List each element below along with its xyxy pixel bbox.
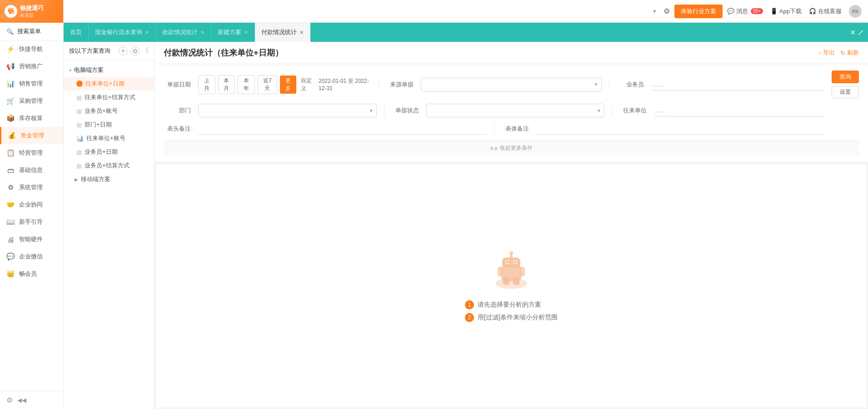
scheme-table4-icon: ▦ bbox=[76, 149, 82, 156]
scheme-header: 按以下方案查询 + ⚙ 《 bbox=[64, 42, 154, 61]
topbar-chevron-icon[interactable]: ▾ bbox=[653, 8, 656, 15]
trial-industry-button[interactable]: 体验行业方案 bbox=[674, 5, 723, 18]
sidebar-header: 畅 畅捷通巧 标准版 bbox=[0, 0, 63, 23]
sidebar-item-marketing[interactable]: 📢 营销推广 bbox=[0, 58, 63, 75]
online-service-action[interactable]: 🎧 在线客服 bbox=[809, 7, 842, 15]
tab-new-scheme-close[interactable]: ✕ bbox=[244, 30, 248, 35]
scheme-item-active-icon bbox=[76, 81, 83, 87]
body-remark-input[interactable] bbox=[536, 123, 825, 135]
sidebar-item-basic[interactable]: 🗃 基础信息 bbox=[0, 162, 63, 179]
sidebar-item-label: 智能硬件 bbox=[19, 235, 43, 243]
date-this-month-btn[interactable]: 本月 bbox=[218, 75, 235, 94]
sidebar-item-coop[interactable]: 🤝 企业协同 bbox=[0, 196, 63, 213]
collapse-filter-button[interactable]: ∧∧ 收起更多条件 bbox=[164, 140, 859, 156]
tab-new-scheme-label: 新建方案 bbox=[218, 28, 241, 36]
marketing-icon: 📢 bbox=[6, 62, 15, 71]
tab-new-scheme[interactable]: 新建方案 ✕ bbox=[211, 23, 255, 42]
dept-label: 部门 bbox=[164, 106, 191, 115]
app-download-action[interactable]: 📱 App下载 bbox=[770, 7, 802, 15]
sidebar-item-quick-nav[interactable]: ⚡ 快捷导航 bbox=[0, 40, 63, 58]
coop-icon: 🤝 bbox=[6, 201, 15, 209]
tab-home[interactable]: 首页 bbox=[64, 23, 89, 42]
date-this-year-btn[interactable]: 本年 bbox=[238, 75, 255, 94]
sidebar-item-member[interactable]: 👑 畅会员 bbox=[0, 265, 63, 283]
tab-close-all-icon[interactable]: ✕ bbox=[850, 28, 856, 37]
export-icon: ↑ bbox=[818, 50, 822, 56]
empty-hints: 1 请先选择要分析的方案 2 用[过滤]条件来缩小分析范围 bbox=[465, 300, 558, 322]
sidebar-item-guide[interactable]: 📖 新手引导 bbox=[0, 213, 63, 231]
hint-text-1: 请先选择要分析的方案 bbox=[478, 301, 541, 309]
sidebar-item-sales[interactable]: 📊 销售管理 bbox=[0, 75, 63, 92]
topbar-settings-icon[interactable]: ⚙ bbox=[663, 7, 670, 15]
date-more-btn[interactable]: 更多 bbox=[280, 76, 296, 94]
logo-sub: 标准版 bbox=[20, 12, 44, 19]
doc-status-label: 单据状态 bbox=[392, 106, 419, 115]
sidebar-item-hardware[interactable]: 🖨 智能硬件 bbox=[0, 231, 63, 248]
scheme-item-label: 往来单位+日期 bbox=[85, 80, 125, 88]
scheme-settings-icon[interactable]: ⚙ bbox=[130, 46, 140, 56]
settings-small-button[interactable]: 设置 bbox=[832, 86, 859, 98]
scheme-item-counterpart-settlement[interactable]: ▦ 往来单位+结算方式 bbox=[64, 91, 154, 104]
sidebar-item-system[interactable]: ⚙ 系统管理 bbox=[0, 179, 63, 196]
tab-bank-flow[interactable]: 现金银行流水查询 ✕ bbox=[89, 23, 156, 42]
scheme-item-label: 业务员+日期 bbox=[85, 148, 118, 156]
source-doc-arrow: ▾ bbox=[595, 81, 598, 87]
staff-input[interactable]: …… bbox=[651, 79, 824, 91]
scheme-add-icon[interactable]: + bbox=[119, 46, 128, 56]
sidebar-item-capital[interactable]: 💰 资金管理 bbox=[0, 127, 63, 144]
counterpart-input[interactable]: …… bbox=[654, 105, 824, 116]
sidebar-item-label: 基础信息 bbox=[19, 166, 43, 174]
collapse-sidebar-icon[interactable]: ◀◀ bbox=[17, 397, 26, 404]
scheme-item-counterpart-date[interactable]: 往来单位+日期 bbox=[64, 77, 154, 91]
source-doc-select[interactable]: ▾ bbox=[421, 78, 602, 91]
scheme-desktop-group[interactable]: ▾ 电脑端方案 bbox=[64, 63, 154, 77]
search-menu[interactable]: 🔍 搜索菜单 bbox=[0, 23, 63, 40]
sidebar-item-inventory[interactable]: 📦 库存核算 bbox=[0, 110, 63, 127]
sidebar-item-purchase[interactable]: 🛒 采购管理 bbox=[0, 92, 63, 110]
scheme-item-staff-settlement[interactable]: ▦ 业务员+结算方式 bbox=[64, 159, 154, 172]
sidebar-item-operation[interactable]: 📋 经营管理 bbox=[0, 144, 63, 162]
tab-receipt-stats-close[interactable]: ✕ bbox=[200, 30, 205, 35]
query-button[interactable]: 查询 bbox=[832, 71, 859, 83]
tab-payment-stats[interactable]: 付款情况统计 ✕ bbox=[255, 23, 310, 42]
scheme-mobile-group[interactable]: ▶ 移动端方案 bbox=[64, 172, 154, 186]
header-remark-input[interactable] bbox=[198, 123, 487, 135]
tab-receipt-stats[interactable]: 收款情况统计 ✕ bbox=[156, 23, 211, 42]
messages-action[interactable]: 💬 消息 99+ bbox=[727, 7, 763, 15]
main-area: ▾ ⚙ 体验行业方案 💬 消息 99+ 📱 App下载 🎧 在线客服 Rit bbox=[64, 0, 868, 409]
capital-icon: 💰 bbox=[8, 131, 16, 140]
tab-payment-stats-close[interactable]: ✕ bbox=[299, 30, 304, 35]
scheme-item-dept-date[interactable]: ▦ 部门+日期 bbox=[64, 118, 154, 131]
gear-footer-icon[interactable]: ⚙ bbox=[6, 396, 13, 404]
scheme-item-staff-date[interactable]: ▦ 业务员+日期 bbox=[64, 145, 154, 159]
quick-nav-icon: ⚡ bbox=[6, 45, 15, 53]
tab-fullscreen-icon[interactable]: ⤢ bbox=[858, 28, 863, 37]
right-panel: 付款情况统计（往来单位+日期） ↑ 导出 ↻ 刷新 单据日期 bbox=[155, 42, 868, 409]
page-title-bar: 付款情况统计（往来单位+日期） ↑ 导出 ↻ 刷新 bbox=[155, 42, 868, 64]
counterpart-label: 往来单位 bbox=[619, 106, 647, 115]
sidebar-item-label: 系统管理 bbox=[19, 183, 43, 192]
row2-separator2 bbox=[612, 105, 612, 116]
row1-separator2 bbox=[609, 79, 609, 90]
logo-text: 畅捷通巧 bbox=[20, 4, 44, 12]
svg-point-12 bbox=[509, 251, 513, 255]
content-area: 按以下方案查询 + ⚙ 《 ▾ 电脑端方案 往来单位+日期 ▦ bbox=[64, 42, 868, 409]
basic-icon: 🗃 bbox=[6, 166, 15, 174]
export-button[interactable]: ↑ 导出 bbox=[818, 49, 835, 57]
staff-dots: …… bbox=[651, 81, 669, 88]
collapse-chevron-icon: ∧∧ bbox=[490, 145, 498, 151]
doc-status-select[interactable]: ▾ bbox=[426, 104, 605, 117]
dept-select[interactable]: ▾ bbox=[198, 104, 377, 117]
refresh-button[interactable]: ↻ 刷新 bbox=[840, 49, 859, 57]
tab-bank-flow-close[interactable]: ✕ bbox=[145, 30, 149, 35]
date-last-month-btn[interactable]: 上月 bbox=[198, 75, 215, 94]
avatar[interactable]: Rit bbox=[849, 5, 862, 18]
search-label: 搜索菜单 bbox=[17, 27, 41, 35]
sidebar-item-wechat[interactable]: 💬 企业微信 bbox=[0, 248, 63, 265]
hint-num-2: 2 bbox=[465, 313, 474, 322]
scheme-collapse-icon[interactable]: 《 bbox=[142, 46, 149, 56]
scheme-item-counterpart-account[interactable]: 📊 往来单位+账号 bbox=[64, 131, 154, 145]
date-7days-btn[interactable]: 近7天 bbox=[258, 75, 277, 94]
scheme-item-staff-account[interactable]: ▦ 业务员+账号 bbox=[64, 104, 154, 118]
purchase-icon: 🛒 bbox=[6, 97, 15, 105]
